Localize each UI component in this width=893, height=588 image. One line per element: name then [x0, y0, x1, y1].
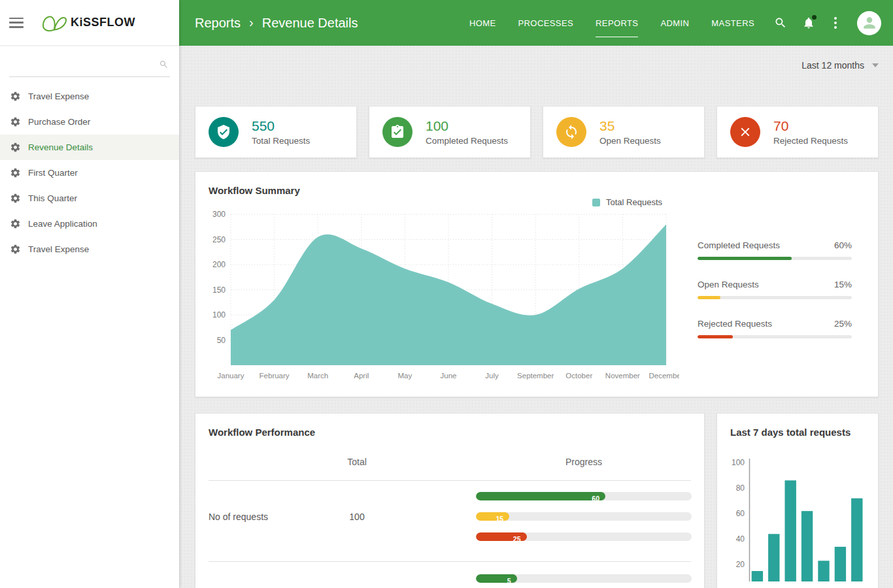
sidebar-item-label: This Quarter: [28, 193, 77, 203]
breakdown-label: Rejected Requests: [698, 319, 772, 329]
nav-admin[interactable]: ADMIN: [660, 14, 689, 32]
progress-bar-fill-completed: 5: [476, 574, 517, 583]
breadcrumb: Reports › Revenue Details: [195, 16, 358, 31]
svg-text:June: June: [441, 372, 457, 380]
svg-text:50: 50: [217, 336, 226, 345]
svg-text:May: May: [398, 372, 413, 380]
nav-processes[interactable]: PROCESSES: [518, 14, 574, 32]
notifications-bell-icon[interactable]: [802, 16, 815, 29]
time-range-label: Last 12 months: [801, 60, 864, 71]
svg-text:November: November: [605, 372, 640, 380]
legend-swatch: [592, 199, 600, 206]
svg-text:100: 100: [212, 310, 226, 319]
sidebar-item-label: Revenue Details: [28, 142, 93, 152]
progress-bar-fill-open: 15: [476, 512, 509, 521]
nav-reports[interactable]: REPORTS: [596, 14, 638, 32]
clipboard-check-icon: [382, 117, 413, 147]
sidebar-item-leave-application[interactable]: Leave Application: [0, 211, 179, 237]
svg-text:February: February: [260, 372, 290, 380]
stat-value: 70: [773, 118, 848, 134]
requests-breakdown: Completed Requests 60% Open Requests 15%: [698, 240, 852, 358]
nav-home[interactable]: HOME: [469, 14, 496, 32]
last-7-days-bar-chart: 10080604020: [724, 455, 873, 588]
column-header-total: Total: [305, 457, 409, 467]
breakdown-row-open: Open Requests 15%: [698, 280, 852, 299]
stat-card-rejected-requests[interactable]: 70 Rejected Requests: [716, 106, 879, 158]
hamburger-menu-icon[interactable]: [9, 18, 24, 28]
svg-text:250: 250: [212, 235, 226, 244]
progress-bar-value: 25: [513, 535, 527, 541]
svg-text:October: October: [565, 372, 592, 380]
sidebar-search: [9, 52, 170, 77]
sidebar-item-this-quarter[interactable]: This Quarter: [0, 186, 179, 211]
progress-bar-track: 5: [476, 574, 692, 583]
shield-check-icon: [209, 117, 239, 147]
header-nav: HOME PROCESSES REPORTS ADMIN MASTERS: [469, 14, 754, 32]
row-label: No of requests: [209, 512, 268, 522]
table-divider: [209, 561, 691, 562]
stat-label: Open Requests: [599, 136, 661, 146]
svg-text:April: April: [354, 372, 369, 380]
last-7-days-card: Last 7 days total requests 10080604020: [716, 413, 879, 588]
svg-text:July: July: [485, 372, 499, 380]
svg-text:December: December: [649, 372, 679, 380]
gear-icon: [10, 244, 21, 255]
sidebar-item-label: Travel Expense: [28, 244, 89, 254]
workflow-summary-card: Workflow Summary Total Requests 50100150…: [195, 171, 879, 397]
total-requests-area-chart: 50100150200250300JanuaryFebruaryMarchApr…: [209, 210, 679, 393]
column-header-progress: Progress: [476, 457, 692, 467]
svg-text:September: September: [517, 372, 554, 380]
breakdown-bar-fill: [698, 257, 792, 260]
svg-text:100: 100: [732, 458, 745, 467]
time-range-dropdown[interactable]: Last 12 months: [801, 60, 879, 71]
breakdown-label: Completed Requests: [698, 240, 780, 250]
stat-card-total-requests[interactable]: 550 Total Requests: [195, 106, 357, 158]
legend-label: Total Requests: [606, 197, 662, 207]
progress-bar-track: 25: [476, 532, 692, 541]
stat-card-completed-requests[interactable]: 100 Completed Requests: [369, 106, 531, 158]
progress-bar-stack: 60 15 25: [476, 492, 692, 553]
breakdown-row-rejected: Rejected Requests 25%: [698, 319, 852, 338]
sidebar-item-first-quarter[interactable]: First Quarter: [0, 160, 179, 186]
gear-icon: [10, 218, 21, 229]
sidebar-item-travel-expense[interactable]: Travel Expense: [0, 84, 179, 109]
sidebar-item-revenue-details[interactable]: Revenue Details: [0, 135, 179, 160]
breakdown-bar-track: [698, 257, 852, 260]
stat-label: Completed Requests: [426, 136, 508, 146]
more-options-kebab-icon[interactable]: [830, 16, 841, 30]
svg-text:200: 200: [212, 260, 226, 269]
stat-value: 100: [426, 118, 508, 134]
sidebar-item-purchase-order[interactable]: Purchase Order: [0, 109, 179, 135]
progress-bar-track: 60: [476, 492, 692, 500]
svg-text:January: January: [218, 372, 244, 380]
user-avatar[interactable]: [857, 11, 881, 35]
sync-icon: [556, 117, 586, 147]
stat-label: Total Requests: [252, 136, 310, 146]
workflow-performance-title: Workflow Performance: [209, 427, 315, 438]
sidebar-item-label: First Quarter: [28, 168, 78, 178]
notification-badge-dot: [812, 15, 817, 20]
svg-text:150: 150: [212, 286, 226, 295]
progress-bar-fill-completed: 60: [476, 492, 605, 500]
progress-bar-value: 5: [507, 577, 517, 583]
sidebar-logo-row: KiSSFLOW: [0, 0, 179, 46]
gear-icon: [10, 193, 21, 204]
nav-masters[interactable]: MASTERS: [711, 14, 754, 32]
progress-bar-value: 15: [496, 515, 509, 521]
sidebar-item-travel-expense-2[interactable]: Travel Expense: [0, 237, 179, 262]
breadcrumb-chevron-icon: ›: [249, 15, 254, 30]
breakdown-pct: 25%: [834, 319, 852, 329]
svg-text:20: 20: [736, 560, 745, 569]
progress-bar-stack: 5: [476, 574, 692, 588]
sidebar-menu: Travel Expense Purchase Order Revenue De…: [0, 84, 179, 262]
search-icon[interactable]: [774, 16, 787, 29]
breadcrumb-section[interactable]: Reports: [195, 16, 241, 31]
breakdown-label: Open Requests: [698, 280, 759, 289]
gear-icon: [10, 167, 21, 178]
progress-bar-fill-rejected: 25: [476, 532, 527, 541]
gear-icon: [10, 116, 21, 127]
breakdown-bar-fill: [698, 335, 733, 338]
stat-card-open-requests[interactable]: 35 Open Requests: [543, 106, 705, 158]
breadcrumb-page: Revenue Details: [262, 16, 358, 31]
sidebar-search-input[interactable]: [9, 52, 170, 77]
